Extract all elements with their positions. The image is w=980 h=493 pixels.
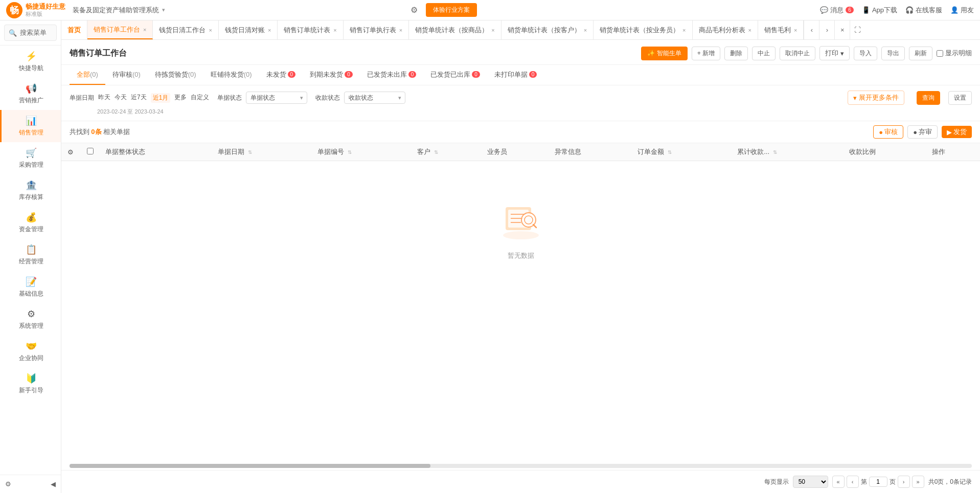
tab-sales-exec[interactable]: 销售订单执行表× xyxy=(344,20,409,39)
tab-scroll-left[interactable]: ‹ xyxy=(804,20,819,40)
close-icon[interactable]: × xyxy=(268,27,271,33)
sidebar-item-sales[interactable]: 📊 销售管理 xyxy=(0,110,61,142)
print-button[interactable]: 打印 ▾ xyxy=(819,46,850,60)
close-icon[interactable]: × xyxy=(209,27,212,33)
query-button[interactable]: 查询 xyxy=(917,91,940,105)
review-button[interactable]: ● 审核 xyxy=(873,125,903,139)
tab-sales-workbench[interactable]: 销售订单工作台× xyxy=(87,20,153,39)
table-col-collected[interactable]: 累计收款... ⇅ xyxy=(732,143,844,161)
close-icon[interactable]: × xyxy=(748,27,751,33)
tab-scroll-right[interactable]: › xyxy=(819,20,834,40)
add-button[interactable]: + 新增 xyxy=(692,47,720,60)
date-option-今天[interactable]: 今天 xyxy=(115,93,127,103)
tab-badge: 0 xyxy=(288,71,296,78)
user-menu[interactable]: 👤 用友 xyxy=(950,6,974,15)
tab-gross-margin[interactable]: 商品毛利分析表× xyxy=(693,20,758,39)
filter-tab-pending-inspect[interactable]: 待拣货验货(0) xyxy=(148,65,203,85)
prev-page-button[interactable]: ‹ xyxy=(847,476,859,488)
cancel-stop-button[interactable]: 取消中止 xyxy=(780,47,815,60)
sidebar-item-basic[interactable]: 📝 基础信息 xyxy=(0,271,61,303)
tab-cash-daily[interactable]: 钱货日清工作台× xyxy=(153,20,218,39)
sidebar-settings-icon[interactable]: ⚙ xyxy=(5,480,11,488)
sidebar-item-guide[interactable]: 🔰 新手引导 xyxy=(0,368,61,400)
tab-sales-stats[interactable]: 销售订单统计表× xyxy=(278,20,343,39)
sidebar-collapse-icon[interactable]: ◀ xyxy=(51,480,56,488)
gear-icon[interactable]: ⚙ xyxy=(411,5,418,15)
show-detail-checkbox[interactable] xyxy=(937,50,943,57)
filter-tab-delivered-out[interactable]: 已发货已出库0 xyxy=(423,65,487,85)
table-col-customer[interactable]: 客户 ⇅ xyxy=(412,143,482,161)
date-option-自定义[interactable]: 自定义 xyxy=(191,93,209,103)
horizontal-scrollbar[interactable] xyxy=(70,464,972,468)
status-select[interactable]: 单据状态 xyxy=(246,92,307,104)
refresh-button[interactable]: 刷新 xyxy=(909,47,932,60)
sidebar-item-system[interactable]: ⚙ 系统管理 xyxy=(0,303,61,335)
date-option-近7天[interactable]: 近7天 xyxy=(131,93,147,103)
tab-sales-by-product[interactable]: 销货单统计表（按商品）× xyxy=(409,20,501,39)
filter-settings-button[interactable]: 设置 xyxy=(948,91,972,105)
table-col-settings[interactable]: ⚙ xyxy=(61,143,80,161)
next-page-button[interactable]: › xyxy=(898,476,910,488)
table-col-amount[interactable]: 订单金额 ⇅ xyxy=(632,143,732,161)
close-icon[interactable]: × xyxy=(584,27,587,33)
chevron-down-icon[interactable]: ▾ xyxy=(162,7,165,13)
page-number-input[interactable] xyxy=(869,477,887,487)
scrollbar-thumb[interactable] xyxy=(70,464,430,468)
tab-sales-by-customer[interactable]: 销货单统计表（按客户）× xyxy=(502,20,594,39)
filter-tab-overdue-deliver[interactable]: 到期未发货0 xyxy=(303,65,360,85)
svg-point-0 xyxy=(503,231,539,239)
tab-close-all[interactable]: × xyxy=(834,20,850,40)
delete-button[interactable]: 删除 xyxy=(724,47,748,60)
close-icon[interactable]: × xyxy=(333,27,336,33)
select-all-checkbox[interactable] xyxy=(87,148,94,154)
table-col-date[interactable]: 单据日期 ⇅ xyxy=(213,143,312,161)
table-col-checkbox[interactable] xyxy=(80,143,100,161)
close-icon[interactable]: × xyxy=(682,27,686,33)
filter-tab-not-delivered[interactable]: 未发货0 xyxy=(259,65,303,85)
close-icon[interactable]: × xyxy=(143,27,146,33)
ai-generate-button[interactable]: ✨ 智能生单 xyxy=(641,47,687,60)
filter-tab-pending-review[interactable]: 待审核(0) xyxy=(105,65,148,85)
sidebar-item-marketing[interactable]: 📢 营销推广 xyxy=(0,78,61,110)
date-option-昨天[interactable]: 昨天 xyxy=(98,93,110,103)
date-option-近1月[interactable]: 近1月 xyxy=(151,93,171,103)
filter-tab-delivered-not-out[interactable]: 已发货未出库0 xyxy=(360,65,424,85)
tab-sales-by-staff[interactable]: 销货单统计表（按业务员）× xyxy=(594,20,692,39)
nav-label: 基础信息 xyxy=(19,289,43,298)
first-page-button[interactable]: « xyxy=(832,476,845,488)
page-size-select[interactable]: 50 100 xyxy=(793,476,828,488)
online-support-button[interactable]: 🎧 在线客服 xyxy=(905,6,942,15)
close-icon[interactable]: × xyxy=(399,27,402,33)
sidebar-item-operations[interactable]: 📋 经营管理 xyxy=(0,239,61,271)
message-button[interactable]: 💬 消息 6 xyxy=(820,6,854,15)
expand-conditions-button[interactable]: ▾ 展开更多条件 xyxy=(848,91,904,105)
close-icon[interactable]: × xyxy=(491,27,494,33)
app-download-button[interactable]: 📱 App下载 xyxy=(862,6,897,15)
filter-tab-all[interactable]: 全部(0) xyxy=(70,65,105,85)
last-page-button[interactable]: » xyxy=(912,476,924,488)
sidebar-item-cooperation[interactable]: 🤝 企业协同 xyxy=(0,335,61,368)
payment-select[interactable]: 收款状态 xyxy=(344,92,405,104)
sidebar-item-inventory[interactable]: 🏦 库存核算 xyxy=(0,174,61,207)
date-filter: 单据日期 昨天今天近7天近1月更多自定义 xyxy=(70,93,209,103)
date-option-更多[interactable]: 更多 xyxy=(174,93,187,103)
tab-fullscreen[interactable]: ⛶ xyxy=(850,20,865,40)
show-detail-label[interactable]: 显示明细 xyxy=(937,49,972,58)
search-menu-button[interactable]: 🔍 搜索菜单 xyxy=(4,25,57,41)
sidebar-item-finance[interactable]: 💰 资金管理 xyxy=(0,207,61,239)
tab-home[interactable]: 首页 xyxy=(61,20,87,39)
filter-tab-wangpu-deliver[interactable]: 旺铺待发货(0) xyxy=(203,65,259,85)
filter-tab-not-printed[interactable]: 未打印单据0 xyxy=(487,65,544,85)
sidebar-item-quick-nav[interactable]: ⚡ 快捷导航 xyxy=(0,46,61,78)
deliver-button[interactable]: ▶ 发货 xyxy=(942,126,972,138)
table-col-number[interactable]: 单据编号 ⇅ xyxy=(312,143,412,161)
import-button[interactable]: 导入 xyxy=(854,47,877,60)
unaudit-button[interactable]: ● 弃审 xyxy=(907,125,938,139)
tab-sales-profit[interactable]: 销售毛利× xyxy=(758,20,804,39)
sidebar-item-purchase[interactable]: 🛒 采购管理 xyxy=(0,142,61,174)
close-icon[interactable]: × xyxy=(794,27,797,33)
experience-button[interactable]: 体验行业方案 xyxy=(426,3,477,17)
stop-button[interactable]: 中止 xyxy=(752,47,776,60)
export-button[interactable]: 导出 xyxy=(881,47,905,60)
tab-cash-reconcile[interactable]: 钱货日清对账× xyxy=(219,20,278,39)
